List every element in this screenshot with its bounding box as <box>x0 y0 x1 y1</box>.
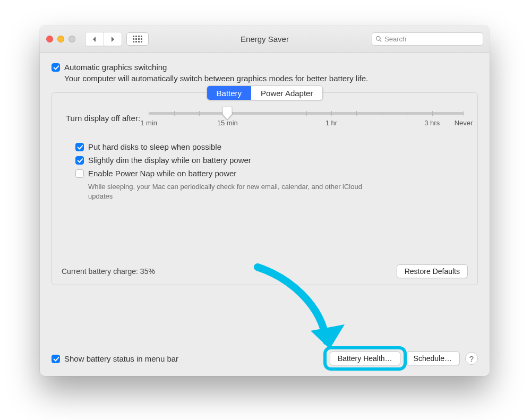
search-icon <box>375 36 382 42</box>
slider-tick-label: 1 hr <box>326 119 337 127</box>
window-controls <box>46 36 75 42</box>
menubar-status-label: Show battery status in menu bar <box>64 354 178 363</box>
display-off-row: Turn display off after: <box>66 109 464 127</box>
window-footer: Show battery status in menu bar Battery … <box>52 352 478 365</box>
power-panel: Battery Power Adapter Turn display off a… <box>52 92 478 285</box>
sleep-disks-row[interactable]: Put hard disks to sleep when possible <box>75 142 464 151</box>
display-off-slider[interactable]: 1 min15 min1 hr3 hrsNever <box>149 109 464 127</box>
slider-ticks <box>149 111 464 116</box>
power-nap-note: While sleeping, your Mac can periodicall… <box>88 182 386 201</box>
slider-track <box>149 112 464 115</box>
grid-icon <box>133 36 142 42</box>
dim-display-checkbox[interactable] <box>75 156 84 165</box>
panel-footer: Current battery charge: 35% Restore Defa… <box>52 264 477 278</box>
power-nap-checkbox[interactable] <box>75 169 84 178</box>
zoom-icon[interactable] <box>68 36 75 42</box>
auto-graphics-checkbox[interactable] <box>52 63 60 72</box>
display-off-label: Turn display off after: <box>66 114 140 123</box>
forward-button[interactable] <box>104 32 122 46</box>
power-tabs: Battery Power Adapter <box>207 85 323 100</box>
power-nap-row[interactable]: Enable Power Nap while on battery power <box>75 169 464 178</box>
back-button[interactable] <box>85 32 104 46</box>
auto-graphics-label: Automatic graphics switching <box>64 63 167 72</box>
titlebar: Energy Saver <box>40 25 490 53</box>
slider-tick-labels: 1 min15 min1 hr3 hrsNever <box>149 119 464 127</box>
energy-saver-window: Energy Saver Automatic graphics switchin… <box>40 25 490 376</box>
menubar-status-row[interactable]: Show battery status in menu bar <box>52 354 178 363</box>
battery-charge-status: Current battery charge: 35% <box>62 267 155 276</box>
battery-options: Put hard disks to sleep when possible Sl… <box>75 142 464 201</box>
battery-health-button[interactable]: Battery Health… <box>330 352 400 365</box>
slider-tick-label: 3 hrs <box>424 119 440 127</box>
show-all-button[interactable] <box>126 32 149 46</box>
tab-power-adapter[interactable]: Power Adapter <box>251 86 322 100</box>
menubar-status-checkbox[interactable] <box>52 355 60 363</box>
tab-battery[interactable]: Battery <box>207 86 252 100</box>
nav-back-forward <box>85 32 122 46</box>
dim-display-row[interactable]: Slightly dim the display while on batter… <box>75 156 464 165</box>
minimize-icon[interactable] <box>57 36 64 42</box>
power-nap-label: Enable Power Nap while on battery power <box>88 169 236 178</box>
slider-tick-label: Never <box>455 119 473 127</box>
auto-graphics-desc: Your computer will automatically switch … <box>64 74 478 83</box>
panel-body: Turn display off after: <box>52 93 477 206</box>
sleep-disks-label: Put hard disks to sleep when possible <box>88 142 221 151</box>
dim-display-label: Slightly dim the display while on batter… <box>88 156 251 165</box>
content: Automatic graphics switching Your comput… <box>40 53 490 285</box>
slider-tick-label: 15 min <box>217 119 238 127</box>
help-button[interactable]: ? <box>465 352 478 365</box>
search-input[interactable] <box>384 35 479 43</box>
restore-defaults-button[interactable]: Restore Defaults <box>397 264 468 278</box>
search-field[interactable] <box>372 32 483 46</box>
slider-thumb[interactable] <box>222 107 232 119</box>
close-icon[interactable] <box>46 36 53 42</box>
slider-tick-label: 1 min <box>140 119 157 127</box>
schedule-button[interactable]: Schedule… <box>406 352 460 365</box>
auto-graphics-row[interactable]: Automatic graphics switching <box>52 63 478 72</box>
sleep-disks-checkbox[interactable] <box>75 143 84 151</box>
